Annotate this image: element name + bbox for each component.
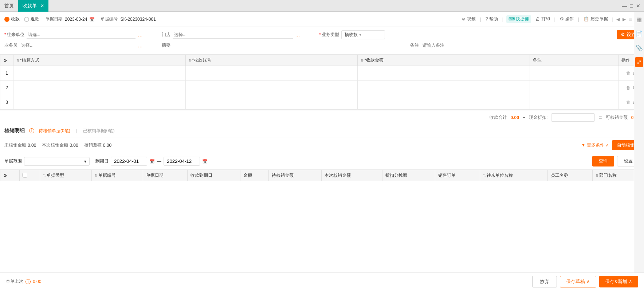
calendar-icon[interactable]: 📅 bbox=[89, 17, 95, 22]
row1-account[interactable] bbox=[185, 66, 358, 81]
summary-input[interactable] bbox=[173, 42, 391, 49]
uncanceled-amount: 未核销金额 0.00 bbox=[4, 142, 36, 148]
th-settlement: ⇅*结算方式 bbox=[13, 55, 186, 66]
select-all-checkbox[interactable] bbox=[23, 173, 27, 177]
staff-more-icon[interactable]: … bbox=[138, 43, 143, 48]
row2-amount[interactable] bbox=[358, 81, 530, 95]
print-btn[interactable]: 🖨 打印 bbox=[534, 15, 551, 23]
bth-counterparty: ⇅往来单位名称 bbox=[480, 170, 547, 181]
save-new-button[interactable]: 保存&新增 ∧ bbox=[599, 276, 638, 287]
counterparty-input[interactable] bbox=[27, 31, 136, 39]
counterparty-more-icon[interactable]: … bbox=[138, 32, 143, 38]
nav-next-icon[interactable]: ▶ bbox=[623, 17, 626, 22]
summary-row: 收款合计 0.00 + 现金折扣: = 可核销金额 0.00 bbox=[0, 110, 644, 125]
th-gear[interactable]: ⚙ bbox=[0, 55, 13, 66]
table-header-row: ⚙ ⇅*结算方式 ⇅*收款账号 ⇅*收款金额 备注 操作 bbox=[0, 55, 644, 66]
query-button[interactable]: 查询 bbox=[592, 156, 614, 166]
total-value: 0.00 bbox=[511, 115, 519, 120]
minimize-btn[interactable]: — bbox=[622, 3, 627, 9]
tab-pending[interactable]: 待核销单据(0笔) bbox=[39, 128, 70, 134]
equals-sign: = bbox=[598, 114, 602, 121]
receipt-radio[interactable]: 收款 bbox=[4, 16, 20, 22]
th-amount: ⇅*收款金额 bbox=[358, 55, 530, 66]
row1-delete-icon[interactable]: 🗑 bbox=[626, 71, 631, 76]
counterparty-field: *往来单位 … bbox=[4, 31, 143, 39]
cancel-diff-value: 0.00 bbox=[103, 143, 111, 148]
row3-account[interactable] bbox=[185, 95, 358, 110]
note-input[interactable] bbox=[421, 42, 640, 49]
main-content: 收款 退款 单据日期 2023-03-24 📅 单据编号 SK-20230324… bbox=[0, 12, 644, 290]
shop-input[interactable] bbox=[173, 31, 293, 39]
tab-home[interactable]: 首页 bbox=[0, 0, 18, 12]
row2-note[interactable] bbox=[530, 81, 618, 95]
side-table-icon[interactable]: ▦ bbox=[635, 15, 643, 24]
side-expand-icon[interactable]: ⤢ bbox=[635, 57, 643, 67]
date-value[interactable]: 2023-03-24 bbox=[65, 17, 87, 22]
row3-settlement[interactable] bbox=[13, 95, 186, 110]
bth-current: 本次核销金额 bbox=[321, 170, 382, 181]
row2-delete-icon[interactable]: 🗑 bbox=[626, 85, 631, 90]
abandon-button[interactable]: 放弃 bbox=[532, 276, 557, 287]
table-row: 1 🗑 ⧉ bbox=[0, 66, 644, 81]
save-draft-arrow: ∧ bbox=[586, 279, 590, 284]
tab-receipt[interactable]: 收款单 ✕ bbox=[18, 0, 48, 12]
shop-more-icon[interactable]: … bbox=[295, 32, 300, 38]
save-draft-button[interactable]: 保存草稿 ∧ bbox=[560, 276, 596, 287]
row3-delete-icon[interactable]: 🗑 bbox=[626, 100, 631, 105]
prev-info-icon[interactable]: i bbox=[25, 279, 31, 284]
total-label: 收款合计 bbox=[490, 114, 507, 121]
bth-doc-num: ⇅单据编号 bbox=[91, 170, 143, 181]
staff-field: 业务员 … bbox=[4, 42, 143, 49]
verify-info-icon[interactable]: i bbox=[29, 128, 34, 133]
tab-close-icon[interactable]: ✕ bbox=[40, 3, 44, 8]
business-type-label: *业务类型 bbox=[319, 32, 339, 38]
row3-num: 3 bbox=[0, 95, 13, 110]
side-panel: ▦ 📄 📎 ⤢ bbox=[634, 12, 644, 290]
row3-amount[interactable] bbox=[358, 95, 530, 110]
tab-bar: 首页 收款单 ✕ — □ ✕ bbox=[0, 0, 644, 12]
range-select[interactable]: ▾ bbox=[24, 157, 90, 166]
refund-radio[interactable]: 退款 bbox=[24, 16, 39, 22]
row3-note[interactable] bbox=[530, 95, 618, 110]
operation-btn[interactable]: ⚙ 操作 bbox=[558, 15, 575, 23]
layout-list-icon[interactable]: ≡ bbox=[629, 16, 632, 23]
date-to-input[interactable] bbox=[164, 157, 200, 166]
doc-num-label: 单据编号 bbox=[101, 16, 118, 22]
window-controls: — □ ✕ bbox=[622, 3, 644, 9]
bth-doc-type: ⇅单据类型 bbox=[40, 170, 91, 181]
cal-to-icon[interactable]: 📅 bbox=[202, 159, 208, 164]
business-type-arrow: ▾ bbox=[359, 32, 361, 37]
note-field: 备注 bbox=[410, 42, 640, 49]
staff-input[interactable] bbox=[20, 42, 136, 49]
history-btn[interactable]: 📋 历史单据 bbox=[582, 15, 609, 23]
maximize-btn[interactable]: □ bbox=[630, 3, 633, 9]
receipt-radio-label: 收款 bbox=[11, 16, 20, 22]
side-doc-icon[interactable]: 📄 bbox=[634, 29, 644, 39]
shortcut-btn[interactable]: ⌨ 快捷键 bbox=[506, 15, 531, 23]
main-table-section: ⚙ ⇅*结算方式 ⇅*收款账号 ⇅*收款金额 备注 操作 1 bbox=[0, 55, 644, 110]
date-from-input[interactable] bbox=[111, 157, 147, 166]
tab-done[interactable]: 已核销单据(0笔) bbox=[83, 128, 115, 134]
close-btn[interactable]: ✕ bbox=[636, 3, 640, 9]
bottom-actions: 放弃 保存草稿 ∧ 保存&新增 ∧ bbox=[532, 276, 638, 287]
more-filter-btn[interactable]: ▼ 更多条件 ∧ bbox=[581, 142, 609, 148]
range-filter: 单据范围 ▾ bbox=[4, 157, 90, 166]
current-cancel-value: 0.00 bbox=[70, 143, 78, 148]
form-row-2: 业务员 … 摘要 备注 bbox=[4, 42, 640, 49]
row1-settlement[interactable] bbox=[13, 66, 186, 81]
bth-gear[interactable]: ⚙ bbox=[0, 170, 20, 181]
cal-from-icon[interactable]: 📅 bbox=[149, 159, 155, 164]
discount-input[interactable] bbox=[551, 113, 595, 122]
nav-prev-icon[interactable]: ◀ bbox=[616, 17, 620, 22]
side-attach-icon[interactable]: 📎 bbox=[634, 43, 644, 53]
business-type-value: 预收款 bbox=[345, 32, 358, 38]
staff-label: 业务员 bbox=[4, 42, 17, 48]
row1-amount[interactable] bbox=[358, 66, 530, 81]
video-btn[interactable]: ⊙ 视频 bbox=[460, 15, 477, 23]
row2-settlement[interactable] bbox=[13, 81, 186, 95]
business-type-select[interactable]: 预收款 ▾ bbox=[341, 30, 385, 39]
help-btn[interactable]: ? 帮助 bbox=[484, 15, 499, 23]
th-note: 备注 bbox=[530, 55, 618, 66]
row2-account[interactable] bbox=[185, 81, 358, 95]
row1-note[interactable] bbox=[530, 66, 618, 81]
